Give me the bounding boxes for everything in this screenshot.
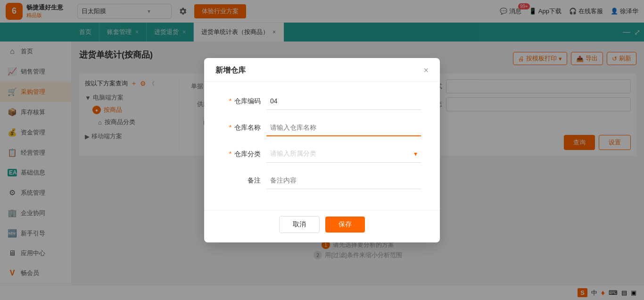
note-label: 备注 [223,176,261,185]
required-star-name: * [229,124,231,131]
warehouse-code-input[interactable] [266,93,421,110]
category-select[interactable]: 请输入所属分类 ▾ [266,146,421,163]
modal-footer: 取消 保存 [204,210,440,242]
category-label: * 仓库分类 [223,150,261,158]
form-row-name: * 仓库名称 [223,119,421,136]
note-input[interactable] [266,172,421,189]
modal-body: * 仓库编码 * 仓库名称 * 仓库分类 请输入所属 [204,82,440,210]
required-star-category: * [229,150,231,158]
category-dropdown-icon: ▾ [414,150,417,158]
cancel-button[interactable]: 取消 [279,216,320,233]
modal-title: 新增仓库 [215,66,246,75]
code-label: * 仓库编码 [223,97,261,106]
modal-header: 新增仓库 × [204,58,440,82]
form-row-code: * 仓库编码 [223,93,421,110]
modal-overlay: 新增仓库 × * 仓库编码 * 仓库名称 [0,0,644,300]
form-row-category: * 仓库分类 请输入所属分类 ▾ [223,146,421,163]
category-placeholder: 请输入所属分类 [270,150,316,158]
modal-close-icon[interactable]: × [423,66,429,75]
form-row-note: 备注 [223,172,421,189]
name-label: * 仓库名称 [223,124,261,132]
warehouse-name-input[interactable] [266,119,421,136]
add-warehouse-modal: 新增仓库 × * 仓库编码 * 仓库名称 [204,58,440,242]
save-button[interactable]: 保存 [325,217,365,233]
required-star-code: * [229,97,231,105]
